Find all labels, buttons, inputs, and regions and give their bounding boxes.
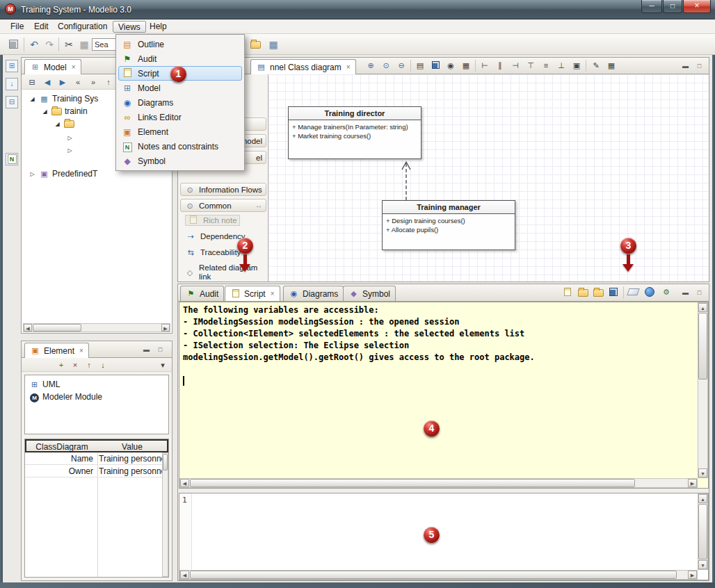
tab-model[interactable]: ⊞ Model × bbox=[24, 59, 81, 74]
property-row-name-value[interactable]: Training personne... bbox=[99, 452, 167, 465]
align-center-icon[interactable]: ∥ bbox=[494, 59, 506, 72]
list-item-modeler-module[interactable]: M Modeler Module bbox=[29, 391, 102, 403]
maximize-view-icon[interactable]: □ bbox=[155, 345, 166, 354]
align-middle-icon[interactable]: ≡ bbox=[540, 59, 552, 72]
menu-item-links-editor[interactable]: ∞ Links Editor bbox=[118, 110, 242, 124]
close-icon[interactable]: × bbox=[346, 63, 351, 71]
menu-item-symbol[interactable]: ◆ Symbol bbox=[118, 154, 242, 168]
input-hscrollbar[interactable]: ◀ ▶ bbox=[179, 570, 698, 580]
zoom-out-icon[interactable]: ⊖ bbox=[395, 59, 408, 72]
close-icon[interactable]: × bbox=[72, 63, 76, 71]
scroll-left-icon[interactable]: ◀ bbox=[24, 324, 32, 332]
maximize-view-icon[interactable]: □ bbox=[694, 61, 705, 71]
scroll-thumb[interactable] bbox=[33, 324, 81, 332]
palette-group-information-flows[interactable]: ⊙ Information Flows bbox=[180, 183, 266, 196]
expander-icon[interactable]: ◢ bbox=[41, 108, 49, 115]
maximize-button[interactable]: □ bbox=[663, 0, 682, 13]
view-menu-icon[interactable]: ▾ bbox=[156, 359, 169, 371]
delete-icon[interactable]: × bbox=[69, 359, 81, 371]
open-script-icon[interactable] bbox=[577, 286, 589, 298]
fast-view-import-icon[interactable]: ↓ bbox=[6, 78, 18, 90]
tree-item-collapsed-1[interactable]: ▷ bbox=[66, 131, 74, 144]
table-vscrollbar[interactable] bbox=[162, 452, 168, 577]
property-row-owner-value[interactable]: Training personne... bbox=[99, 465, 167, 477]
menu-item-outline[interactable]: ▤ Outline bbox=[118, 37, 242, 51]
tab-script[interactable]: Script × bbox=[225, 286, 280, 301]
palette-item-dependency[interactable]: ⇢ Dependency bbox=[185, 231, 246, 241]
palette-item-rich-note[interactable]: Rich note bbox=[185, 215, 240, 226]
diagram-canvas[interactable]: Training director + Manage trainers(In P… bbox=[268, 74, 709, 281]
zoom-in-icon[interactable]: ⊕ bbox=[364, 59, 377, 72]
expander-icon[interactable]: ◢ bbox=[29, 96, 36, 102]
move-down-icon[interactable]: ↓ bbox=[97, 359, 109, 371]
forward-icon[interactable]: ▶ bbox=[56, 76, 69, 88]
fast-view-notes-icon[interactable]: N bbox=[6, 153, 18, 165]
scroll-right-icon[interactable]: ▶ bbox=[688, 479, 697, 487]
scroll-left-icon[interactable]: ◀ bbox=[180, 479, 189, 487]
expander-icon[interactable]: ◢ bbox=[54, 121, 61, 127]
new-diagram-icon[interactable]: ▦ bbox=[266, 37, 281, 52]
expander-icon[interactable]: ▷ bbox=[66, 147, 74, 154]
settings-gears-icon[interactable]: ⚙ bbox=[660, 286, 673, 298]
column-header-classdiagram[interactable]: ClassDiagram bbox=[25, 439, 99, 452]
new-script-icon[interactable] bbox=[561, 286, 574, 298]
tree-item-training-system[interactable]: ◢ ▦ Training Sys bbox=[29, 92, 98, 105]
expander-icon[interactable]: ▷ bbox=[66, 135, 74, 141]
fast-view-outline-icon[interactable]: ⊟ bbox=[6, 96, 18, 108]
back-icon[interactable]: ◀ bbox=[41, 76, 54, 88]
screenshot-icon[interactable]: ◉ bbox=[444, 59, 457, 72]
close-icon[interactable]: × bbox=[79, 347, 83, 354]
menu-item-model[interactable]: ⊞ Model bbox=[118, 81, 242, 95]
restore-view-icon[interactable]: ⊞ bbox=[6, 60, 18, 72]
console-hscrollbar[interactable]: ◀ ▶ bbox=[179, 478, 698, 488]
tree-item-collapsed-2[interactable]: ▷ bbox=[66, 144, 74, 156]
load-script-icon[interactable] bbox=[592, 286, 604, 298]
menu-configuration[interactable]: Configuration bbox=[53, 21, 112, 33]
first-icon[interactable]: « bbox=[72, 76, 84, 88]
menu-views[interactable]: Views bbox=[113, 21, 146, 33]
tab-symbol[interactable]: ◆ Symbol bbox=[343, 286, 396, 301]
save-image-icon[interactable] bbox=[429, 59, 442, 72]
scroll-thumb[interactable] bbox=[698, 504, 707, 560]
save-icon[interactable] bbox=[6, 37, 21, 52]
titlebar[interactable]: M Training System - Modelio 3.0 ─ □ × bbox=[0, 0, 715, 19]
menu-edit[interactable]: Edit bbox=[29, 21, 54, 33]
search-input[interactable]: Sea bbox=[92, 38, 117, 51]
column-header-value[interactable]: Value bbox=[97, 439, 168, 452]
script-input-editor[interactable]: 1 ▲ ▼ ◀ ▶ bbox=[179, 493, 709, 580]
menu-item-diagrams[interactable]: ◉ Diagrams bbox=[118, 95, 242, 110]
align-left-icon[interactable]: ⊢ bbox=[479, 59, 491, 72]
palette-group-common[interactable]: ⊙ Common ↔ bbox=[180, 199, 266, 212]
collapse-all-icon[interactable]: ⊟ bbox=[26, 76, 38, 88]
run-icon[interactable] bbox=[643, 286, 656, 298]
menu-help[interactable]: Help bbox=[145, 21, 172, 33]
scroll-up-icon[interactable]: ▲ bbox=[698, 303, 707, 312]
print-icon[interactable]: ▤ bbox=[414, 59, 426, 72]
align-top-icon[interactable]: ⊤ bbox=[524, 59, 537, 72]
script-console[interactable]: The following variables are accessible: … bbox=[179, 302, 709, 489]
menu-item-element[interactable]: ▣ Element bbox=[118, 124, 242, 139]
scroll-thumb[interactable] bbox=[190, 571, 677, 579]
scroll-right-icon[interactable]: ▶ bbox=[688, 571, 697, 579]
align-bottom-icon[interactable]: ⊥ bbox=[555, 59, 568, 72]
pin-icon[interactable]: ↔ bbox=[255, 202, 262, 209]
tab-diagrams[interactable]: ◉ Diagrams bbox=[283, 286, 344, 301]
tree-item-training-folder[interactable]: ◢ trainin bbox=[41, 105, 88, 117]
up-level-icon[interactable]: ↑ bbox=[102, 76, 115, 88]
property-row-owner-label[interactable]: Owner bbox=[25, 465, 97, 477]
menu-file[interactable]: File bbox=[6, 21, 29, 33]
align-right-icon[interactable]: ⊣ bbox=[509, 59, 522, 72]
tab-audit[interactable]: ⚑ Audit bbox=[180, 286, 224, 301]
minimize-view-icon[interactable]: ▬ bbox=[141, 345, 152, 354]
close-button[interactable]: × bbox=[683, 0, 711, 13]
page-setup-icon[interactable]: ▦ bbox=[460, 59, 472, 72]
console-vscrollbar[interactable]: ▲ ▼ bbox=[698, 302, 708, 478]
class-training-director[interactable]: Training director + Manage trainers(In P… bbox=[288, 106, 421, 159]
scroll-thumb[interactable] bbox=[698, 313, 707, 379]
add-icon[interactable]: + bbox=[55, 359, 67, 371]
palette-item-related-diagram-link[interactable]: ◇ Related diagram link bbox=[185, 263, 263, 281]
class-training-manager[interactable]: Training manager + Design training cours… bbox=[382, 200, 515, 250]
maximize-view-icon[interactable]: □ bbox=[694, 288, 705, 297]
input-vscrollbar[interactable]: ▲ ▼ bbox=[698, 493, 708, 570]
minimize-button[interactable]: ─ bbox=[641, 0, 662, 13]
